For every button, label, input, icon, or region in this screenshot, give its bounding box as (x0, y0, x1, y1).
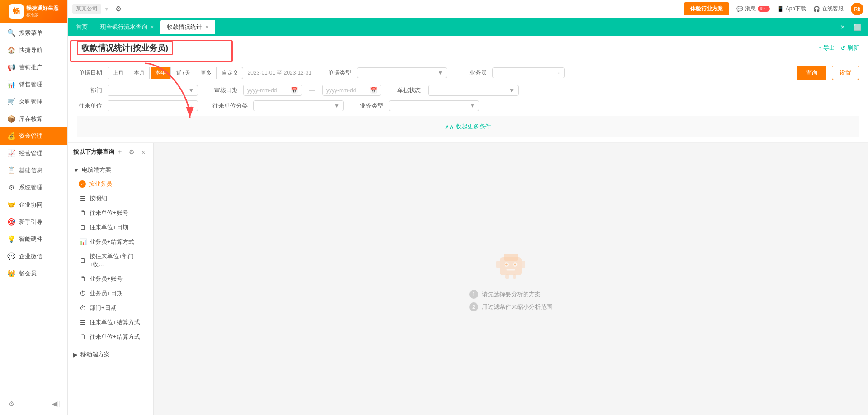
tab-home[interactable]: 首页 (70, 20, 94, 34)
partner-settle2-icon: 🗒 (79, 333, 87, 340)
date-tab-上月[interactable]: 上月 (108, 67, 128, 79)
scheme-item-label-partner-date: 往来单位+日期 (90, 223, 128, 231)
sidebar-item-purchase[interactable]: 🛒采购管理 (0, 93, 67, 110)
sidebar-item-sales[interactable]: 📊销售管理 (0, 76, 67, 93)
partner-dots-icon[interactable]: ··· (189, 103, 194, 109)
svg-point-4 (505, 264, 508, 266)
query-button[interactable]: 查询 (797, 66, 826, 80)
collapse-btn[interactable]: ∧∧ 收起更多条件 (445, 120, 491, 133)
system-icon: ⚙ (7, 184, 15, 192)
nav-label-search: 搜索菜单 (19, 29, 42, 37)
breadcrumb-arrow-icon: ▼ (104, 6, 109, 12)
date-tab-本月[interactable]: 本月 (129, 67, 150, 79)
sidebar-item-member[interactable]: 👑畅会员 (0, 265, 67, 282)
doc-status-label: 单据状态 (396, 86, 421, 94)
scheme-item-partner-settle2[interactable]: 🗒往来单位+结算方式 (68, 330, 153, 344)
sidebar-item-marketing[interactable]: 📢营销推广 (0, 59, 67, 76)
scheme-item-salesman-account[interactable]: 🗒业务员+账号 (68, 272, 153, 286)
sidebar-item-finance[interactable]: 💰资金管理 (0, 127, 67, 145)
app-label: App下载 (786, 5, 806, 13)
doc-type-select[interactable]: ▼ (357, 67, 447, 78)
tab-close-collection-stat[interactable]: ✕ (205, 24, 209, 30)
biz-type-select[interactable]: ▼ (389, 100, 479, 111)
scheme-title: 按以下方案查询 (73, 148, 114, 156)
scheme-item-partner-settle1[interactable]: ☰往来单位+结算方式 (68, 315, 153, 330)
sidebar-collapse-btn[interactable]: ◀‖ (49, 397, 63, 410)
page-title-box: 收款情况统计(按业务员) (77, 41, 173, 55)
tab-collection-stat[interactable]: 收款情况统计✕ (160, 20, 215, 34)
sidebar-item-operation[interactable]: 📈经营管理 (0, 145, 67, 162)
empty-tip-1: 1请先选择要分析的方案 (469, 290, 552, 299)
marketing-icon: 📢 (7, 63, 15, 71)
sidebar: 畅 畅捷通好生意 标准版 🔍搜索菜单🏠快捷导航📢营销推广📊销售管理🛒采购管理📦库… (0, 0, 68, 415)
group-arrow-icon: ▼ (73, 167, 79, 174)
date-filter-control: 上月本月本年近7天更多自定义 2023-01-01 至 2023-12-31 (108, 67, 311, 79)
scheme-collapse-btn[interactable]: « (139, 147, 148, 156)
dept-select[interactable]: ▼ (108, 85, 198, 96)
date-label: 单据日期 (77, 69, 102, 77)
filter-settings-button[interactable]: 设置 (832, 66, 859, 80)
scheme-group-电脑端方案: ▼电脑端方案✓按业务员☰按明细🗒往来单位+账号🗒往来单位+日期📊业务员+结算方式… (68, 161, 153, 346)
scheme-item-label-salesman-settle: 业务员+结算方式 (90, 238, 134, 246)
scheme-item-salesman-settle[interactable]: 📊业务员+结算方式 (68, 235, 153, 249)
sidebar-item-inventory[interactable]: 📦库存核算 (0, 110, 67, 127)
scheme-item-by-salesman[interactable]: ✓按业务员 (68, 177, 153, 191)
review-date-start[interactable]: yyyy-mm-dd 📅 (243, 85, 302, 96)
dept-label: 部门 (77, 86, 102, 94)
refresh-btn[interactable]: ↺ 刷新 (840, 44, 859, 52)
service-btn[interactable]: 🎧 在线客服 (813, 5, 844, 13)
scheme-item-label-salesman-date: 业务员+日期 (90, 289, 123, 297)
sidebar-item-wechat[interactable]: 💬企业微信 (0, 248, 67, 265)
sidebar-item-smart-hw[interactable]: 💡智能硬件 (0, 231, 67, 248)
export-label: 导出 (823, 44, 835, 52)
logo-name: 畅捷通好生意 (26, 5, 59, 12)
sidebar-item-quick-nav[interactable]: 🏠快捷导航 (0, 42, 67, 59)
message-btn[interactable]: 💬 消息 99+ (736, 5, 770, 13)
sidebar-item-enterprise[interactable]: 🤝企业协同 (0, 196, 67, 213)
sidebar-item-newbie[interactable]: 🎯新手引导 (0, 213, 67, 231)
scheme-item-by-detail[interactable]: ☰按明细 (68, 191, 153, 206)
scheme-item-partner-account[interactable]: 🗒往来单位+账号 (68, 206, 153, 220)
settings-icon[interactable]: ⚙ (112, 3, 125, 15)
nav-label-smart-hw: 智能硬件 (19, 235, 42, 243)
partner-cat-select[interactable]: ▼ (253, 100, 344, 111)
date-tab-近7天[interactable]: 近7天 (172, 67, 195, 79)
scheme-item-partner-dept-collect[interactable]: 🗒按往来单位+部门+收... (68, 249, 153, 272)
partner-select[interactable]: ··· (108, 100, 198, 111)
sidebar-settings-btn[interactable]: ⚙ (5, 397, 18, 410)
sidebar-item-basic-info[interactable]: 📋基础信息 (0, 162, 67, 179)
nav-label-purchase: 采购管理 (19, 98, 42, 106)
date-tab-更多[interactable]: 更多 (196, 67, 217, 79)
user-avatar[interactable]: Rit (851, 3, 863, 15)
window-maximize-btn[interactable]: ⬜ (852, 22, 863, 33)
scheme-add-btn[interactable]: ＋ (115, 147, 124, 156)
scheme-group-header-移动端方案[interactable]: ▶移动端方案 (68, 348, 153, 361)
export-btn[interactable]: ↑ 导出 (819, 44, 835, 52)
doc-status-select[interactable]: ▼ (428, 85, 519, 96)
salesman-select[interactable]: ··· (492, 67, 565, 78)
salesman-dots-icon[interactable]: ··· (556, 70, 561, 76)
date-tab-本年[interactable]: 本年 (151, 67, 171, 79)
finance-icon: 💰 (7, 132, 15, 140)
tab-close-bank-flow[interactable]: ✕ (150, 24, 154, 30)
review-date-end[interactable]: yyyy-mm-dd 📅 (322, 85, 381, 96)
review-date-start-icon: 📅 (291, 87, 298, 94)
scheme-settings-btn[interactable]: ⚙ (127, 147, 136, 156)
sales-icon: 📊 (7, 80, 15, 89)
nav-label-wechat: 企业微信 (19, 252, 42, 260)
scheme-item-salesman-date[interactable]: ⏱业务员+日期 (68, 286, 153, 301)
sidebar-item-system[interactable]: ⚙系统管理 (0, 179, 67, 196)
window-close-btn[interactable]: ✕ (837, 22, 848, 33)
scheme-group-header-电脑端方案[interactable]: ▼电脑端方案 (68, 163, 153, 177)
scheme-item-label-by-detail: 按明细 (90, 194, 107, 203)
trial-btn[interactable]: 体验行业方案 (684, 2, 729, 15)
scheme-item-dept-date[interactable]: ⏱部门+日期 (68, 301, 153, 315)
tab-bank-flow[interactable]: 现金银行流水查询✕ (94, 20, 160, 34)
scheme-item-partner-date[interactable]: 🗒往来单位+日期 (68, 220, 153, 235)
nav-label-system: 系统管理 (19, 184, 42, 192)
sidebar-item-search[interactable]: 🔍搜索菜单 (0, 24, 67, 42)
date-tab-自定义[interactable]: 自定义 (217, 67, 243, 79)
filter-row-1: 单据日期 上月本月本年近7天更多自定义 2023-01-01 至 2023-12… (77, 66, 859, 80)
group-label: 电脑端方案 (82, 166, 111, 174)
app-download-btn[interactable]: 📱 App下载 (777, 5, 806, 13)
